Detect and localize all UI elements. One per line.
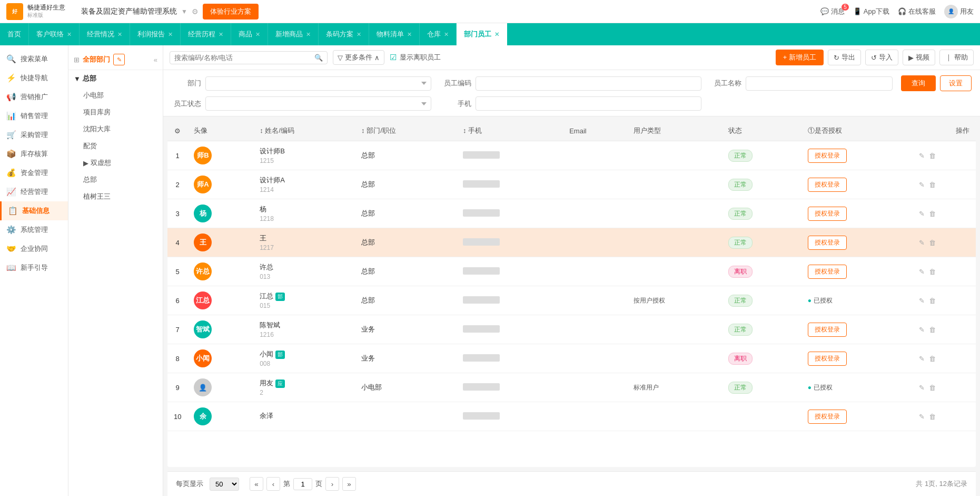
- delete-icon[interactable]: 🗑: [929, 326, 936, 334]
- delete-icon[interactable]: 🗑: [929, 355, 936, 363]
- nav-profit-close[interactable]: ✕: [168, 31, 173, 38]
- nav-operation-close[interactable]: ✕: [117, 31, 122, 38]
- first-page-btn[interactable]: «: [250, 477, 263, 491]
- delete-icon[interactable]: 🗑: [929, 239, 936, 247]
- last-page-btn[interactable]: »: [342, 477, 356, 491]
- sidebar-item-marketing[interactable]: 📢 营销推广: [0, 87, 68, 106]
- search-input[interactable]: [174, 54, 311, 62]
- edit-icon[interactable]: ✎: [919, 268, 925, 276]
- dept-node-shuang[interactable]: ▶ 双虚想: [68, 154, 163, 171]
- auth-button[interactable]: 授权登录: [808, 149, 847, 163]
- dept-edit-icon[interactable]: ✎: [113, 54, 125, 65]
- nav-item-warehouse[interactable]: 仓库 ✕: [420, 23, 457, 45]
- export-button[interactable]: ↻ 导出: [828, 50, 861, 65]
- show-resigned-checkbox[interactable]: ☑: [390, 53, 397, 62]
- col-phone[interactable]: ↕ 手机: [457, 121, 563, 141]
- settings-icon[interactable]: ⚙: [192, 7, 199, 16]
- page-size-select[interactable]: 50 100 200: [210, 478, 239, 491]
- phone-filter-input[interactable]: [476, 96, 701, 111]
- nav-item-operation[interactable]: 经营情况 ✕: [80, 23, 130, 45]
- online-support-item[interactable]: 🎧 在线客服: [898, 7, 936, 16]
- auth-button[interactable]: 授权登录: [808, 265, 847, 279]
- dept-filter-select[interactable]: [205, 76, 431, 91]
- col-settings[interactable]: ⚙: [167, 121, 187, 141]
- dept-node-electronics[interactable]: 小电部: [68, 87, 163, 104]
- more-filters-btn[interactable]: ▽ 更多条件 ∧: [333, 50, 384, 65]
- message-item[interactable]: 💬 消息 5: [820, 7, 845, 16]
- sidebar-item-finance[interactable]: 💰 资金管理: [0, 163, 68, 182]
- status-filter-select[interactable]: [205, 96, 431, 111]
- help-button[interactable]: ｜ 帮助: [939, 50, 974, 65]
- trial-button[interactable]: 体验行业方案: [203, 4, 259, 20]
- auth-button[interactable]: 授权登录: [808, 236, 847, 250]
- page-number-input[interactable]: [293, 478, 312, 490]
- title-dropdown-arrow[interactable]: ▼: [181, 8, 187, 15]
- sidebar-item-search[interactable]: 🔍 搜索菜单: [0, 50, 68, 69]
- nav-item-goods[interactable]: 商品 ✕: [231, 23, 268, 45]
- nav-item-profit[interactable]: 利润报告 ✕: [130, 23, 181, 45]
- nav-customer-close[interactable]: ✕: [67, 31, 72, 38]
- view-button[interactable]: ▶ 视频: [903, 50, 935, 65]
- sidebar-item-guide[interactable]: 📖 新手引导: [0, 258, 68, 277]
- nav-bom-close[interactable]: ✕: [407, 31, 412, 38]
- nav-barcode-close[interactable]: ✕: [357, 31, 361, 38]
- delete-icon[interactable]: 🗑: [929, 297, 936, 305]
- dept-node-project[interactable]: 项目库房: [68, 104, 163, 121]
- edit-icon[interactable]: ✎: [919, 413, 925, 421]
- nav-goods-close[interactable]: ✕: [255, 31, 260, 38]
- dept-collapse-icon[interactable]: «: [154, 56, 157, 64]
- delete-icon[interactable]: 🗑: [929, 413, 936, 421]
- delete-icon[interactable]: 🗑: [929, 268, 936, 276]
- emp-name-filter-input[interactable]: [746, 76, 893, 91]
- emp-code-filter-input[interactable]: [476, 76, 701, 91]
- next-page-btn[interactable]: ›: [325, 477, 339, 491]
- nav-item-barcode[interactable]: 条码方案 ✕: [319, 23, 369, 45]
- col-name-code[interactable]: ↕ 姓名/编码: [253, 121, 355, 141]
- user-item[interactable]: 👤 用友: [944, 5, 974, 18]
- nav-item-new-goods[interactable]: 新增商品 ✕: [268, 23, 319, 45]
- nav-new-goods-close[interactable]: ✕: [306, 31, 311, 38]
- all-dept-label[interactable]: 全部部门: [83, 55, 110, 64]
- edit-icon[interactable]: ✎: [919, 384, 925, 392]
- edit-icon[interactable]: ✎: [919, 239, 925, 247]
- app-download-item[interactable]: 📱 App下载: [853, 7, 889, 16]
- sidebar-item-basic[interactable]: 📋 基础信息: [0, 201, 68, 220]
- import-button[interactable]: ↺ 导入: [865, 50, 898, 65]
- delete-icon[interactable]: 🗑: [929, 210, 936, 218]
- nav-warehouse-close[interactable]: ✕: [444, 31, 449, 38]
- nav-item-home[interactable]: 首页: [0, 23, 29, 45]
- nav-item-dept[interactable]: 部门员工 ✕: [457, 23, 507, 45]
- prev-page-btn[interactable]: ‹: [266, 477, 280, 491]
- edit-icon[interactable]: ✎: [919, 326, 925, 334]
- dept-node-plant[interactable]: 植树王三: [68, 188, 163, 205]
- sidebar-item-system[interactable]: ⚙️ 系统管理: [0, 220, 68, 239]
- edit-icon[interactable]: ✎: [919, 181, 925, 189]
- auth-button[interactable]: 授权登录: [808, 352, 847, 366]
- auth-button[interactable]: 授权登录: [808, 207, 847, 221]
- col-dept-position[interactable]: ↕ 部门/职位: [355, 121, 457, 141]
- nav-dept-close[interactable]: ✕: [494, 31, 499, 38]
- dept-node-shenyang[interactable]: 沈阳大库: [68, 121, 163, 138]
- sidebar-item-purchase[interactable]: 🛒 采购管理: [0, 125, 68, 144]
- nav-item-customer[interactable]: 客户联络 ✕: [29, 23, 80, 45]
- nav-item-history[interactable]: 经营历程 ✕: [181, 23, 231, 45]
- query-button[interactable]: 查询: [901, 75, 936, 91]
- edit-icon[interactable]: ✎: [919, 355, 925, 363]
- sidebar-item-operations[interactable]: 📈 经营管理: [0, 182, 68, 201]
- sidebar-item-collab[interactable]: 🤝 企业协同: [0, 239, 68, 258]
- delete-icon[interactable]: 🗑: [929, 152, 936, 160]
- edit-icon[interactable]: ✎: [919, 152, 925, 160]
- dept-node-distribution[interactable]: 配货: [68, 138, 163, 154]
- nav-item-bom[interactable]: 物料清单 ✕: [369, 23, 420, 45]
- auth-button[interactable]: 授权登录: [808, 323, 847, 337]
- add-employee-button[interactable]: + 新增员工: [776, 50, 824, 65]
- delete-icon[interactable]: 🗑: [929, 384, 936, 392]
- nav-history-close[interactable]: ✕: [219, 31, 223, 38]
- auth-button[interactable]: 授权登录: [808, 410, 847, 424]
- auth-button[interactable]: 授权登录: [808, 178, 847, 192]
- sidebar-item-sales[interactable]: 📊 销售管理: [0, 106, 68, 125]
- edit-icon[interactable]: ✎: [919, 210, 925, 218]
- sidebar-item-quicknav[interactable]: ⚡ 快捷导航: [0, 69, 68, 87]
- dept-node-head[interactable]: 总部: [68, 171, 163, 188]
- dept-node-headquarter[interactable]: ▼ 总部: [68, 70, 163, 87]
